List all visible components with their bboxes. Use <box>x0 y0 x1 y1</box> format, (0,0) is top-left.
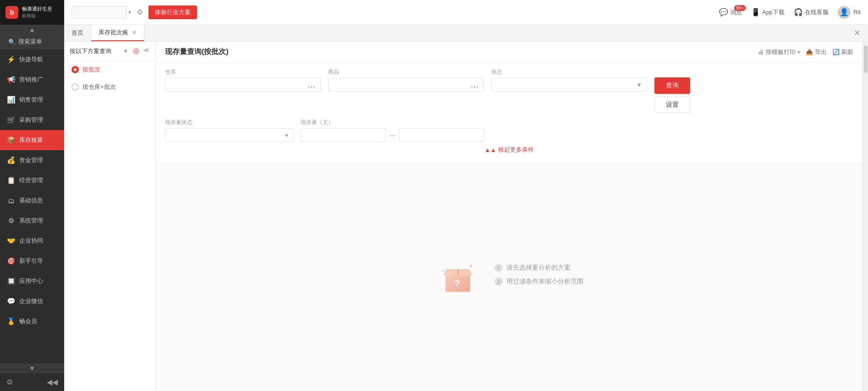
export-icon: 📤 <box>806 49 813 55</box>
refresh-btn[interactable]: 🔄 刷新 <box>832 48 853 56</box>
quick-nav-icon: ⚡ <box>6 55 16 64</box>
add-filter-btn[interactable]: ＋ <box>122 46 129 56</box>
tab-home[interactable]: 首页 <box>64 25 91 41</box>
sidebar-item-label: 基础信息 <box>19 196 43 205</box>
sidebar-item-operations[interactable]: 📋 经营管理 <box>0 170 64 190</box>
empty-state: ? ✦ ✦ 1 请先选择要分析的方案 2 用过滤条件来缩小分析范围 <box>156 163 863 391</box>
sidebar-item-member[interactable]: 🏅 畅会员 <box>0 311 64 331</box>
filter-active-dot <box>71 66 79 73</box>
product-input[interactable]: ... <box>328 78 484 92</box>
warehouse-dots-icon: ... <box>308 80 316 90</box>
sidebar-item-purchase[interactable]: 🛒 采购管理 <box>0 110 64 130</box>
inventory-status-select[interactable]: ▾ <box>165 128 293 142</box>
experience-btn[interactable]: 体验行业方案 <box>148 5 197 19</box>
sidebar-item-guide[interactable]: 🎯 新手引导 <box>0 251 64 271</box>
sidebar-item-system[interactable]: ⚙ 系统管理 <box>0 211 64 231</box>
filter-by-batch-label: 按批次 <box>82 65 100 74</box>
inventory-qty-max-input[interactable] <box>399 128 484 142</box>
inventory-status-label: 现存量状态 <box>165 119 293 126</box>
filter-bar: 仓库 ... 商品 ... <box>156 63 863 163</box>
app-download-btn[interactable]: 📱 App下载 <box>751 8 785 16</box>
scroll-down-btn[interactable]: ▼ <box>0 364 64 373</box>
export-label: 导出 <box>815 48 827 56</box>
customer-service-btn[interactable]: 🎧 在线客服 <box>794 8 829 16</box>
sidebar-item-label: 资金管理 <box>19 156 43 164</box>
filter-by-warehouse-batch[interactable]: 按仓库+批次 <box>64 78 155 96</box>
sidebar-item-wechat[interactable]: 💬 企业微信 <box>0 291 64 311</box>
sidebar-item-quick-nav[interactable]: ⚡ 快捷导航 <box>0 49 64 70</box>
print-btn[interactable]: 🖨 按模板打印 ▾ <box>758 48 800 56</box>
sidebar-item-label: 经营管理 <box>19 176 43 185</box>
collapse-panel-btn[interactable]: ≪ <box>143 46 150 56</box>
sidebar-item-label: 企业协同 <box>19 237 43 245</box>
filter-panel-title: 按以下方案查询 <box>70 47 111 55</box>
member-icon: 🏅 <box>6 317 16 326</box>
topbar-right: 💬 消息 99+ 📱 App下载 🎧 在线客服 👤 Rit <box>719 6 861 19</box>
right-scrollbar[interactable] <box>863 42 868 391</box>
inventory-icon: 📦 <box>6 136 16 145</box>
status-arrow-icon: ▼ <box>636 81 642 88</box>
sidebar-item-inventory[interactable]: 📦 库存核算 <box>0 130 64 150</box>
status-select[interactable]: ▼ <box>491 78 647 92</box>
purchase-icon: 🛒 <box>6 115 16 125</box>
print-dropdown-icon[interactable]: ▾ <box>797 49 800 55</box>
tab-inventory-batch[interactable]: 库存批次账 ✕ <box>91 25 144 41</box>
search-menu-btn[interactable]: 🔍 搜索菜单 <box>0 34 64 49</box>
content-area: 按以下方案查询 ＋ ◎ ≪ 按批次 按仓库+批次 <box>64 42 868 391</box>
messages-badge: 99+ <box>734 5 746 11</box>
empty-tip-1: 1 请先选择要分析的方案 <box>494 264 583 272</box>
inventory-qty-min-input[interactable] <box>301 128 386 142</box>
svg-text:?: ? <box>455 278 460 288</box>
sidebar-item-finance[interactable]: 💰 资金管理 <box>0 150 64 170</box>
refresh-label: 刷新 <box>841 48 853 56</box>
page-header: 现存量查询(按批次) 🖨 按模板打印 ▾ 📤 导出 🔄 刷新 <box>156 42 863 63</box>
collapse-sidebar-btn[interactable]: ◀◀ <box>47 378 58 386</box>
tab-close-btn[interactable]: ✕ <box>132 29 137 36</box>
sidebar-item-label: 企业微信 <box>19 297 43 305</box>
search-menu-label: 搜索菜单 <box>18 38 42 46</box>
company-name: 畅康通好生意 <box>22 5 52 12</box>
main-area: ▾ ⚙ 体验行业方案 💬 消息 99+ 📱 App下载 🎧 在线客服 👤 <box>64 0 868 391</box>
sidebar-nav: ⚡ 快捷导航 📢 营销推广 📊 销售管理 🛒 采购管理 📦 库存核算 💰 资金管… <box>0 49 64 364</box>
message-icon: 💬 <box>719 8 728 16</box>
collapse-more-btn[interactable]: ▲▲ 收起更多条件 <box>165 142 853 157</box>
export-btn[interactable]: 📤 导出 <box>806 48 827 56</box>
messages-btn[interactable]: 💬 消息 99+ <box>719 8 742 16</box>
finance-icon: 💰 <box>6 156 16 165</box>
sidebar-bottom: ⚙ ◀◀ <box>0 373 64 391</box>
sidebar-item-label: 畅会员 <box>19 317 37 326</box>
topbar-gear-icon[interactable]: ⚙ <box>137 8 143 16</box>
headset-icon: 🎧 <box>794 8 803 16</box>
print-icon: 🖨 <box>758 49 764 55</box>
scroll-up-btn[interactable]: ▲ <box>0 25 64 34</box>
user-profile-btn[interactable]: 👤 Rit <box>838 6 861 19</box>
filter-by-warehouse-batch-label: 按仓库+批次 <box>82 83 116 91</box>
topbar-dropdown-icon[interactable]: ▾ <box>128 9 131 16</box>
phone-icon: 📱 <box>751 8 760 16</box>
sidebar-item-enterprise[interactable]: 🤝 企业协同 <box>0 231 64 251</box>
page-title: 现存量查询(按批次) <box>165 47 229 57</box>
settings-icon[interactable]: ⚙ <box>6 378 13 386</box>
warehouse-field: 仓库 ... <box>165 68 321 92</box>
tip-num-2: 2 <box>494 277 503 286</box>
tab-close-right-btn[interactable]: ✕ <box>848 28 868 38</box>
user-name: Rit <box>853 9 861 16</box>
settings-btn[interactable]: 设置 <box>654 97 690 113</box>
system-icon: ⚙ <box>6 216 16 225</box>
sidebar-item-label: 快捷导航 <box>19 55 43 64</box>
sidebar-item-marketing[interactable]: 📢 营销推广 <box>0 70 64 90</box>
topbar: ▾ ⚙ 体验行业方案 💬 消息 99+ 📱 App下载 🎧 在线客服 👤 <box>64 0 868 25</box>
warehouse-label: 仓库 <box>165 68 321 76</box>
sidebar-item-basic[interactable]: 🗂 基础信息 <box>0 190 64 211</box>
page-header-actions: 🖨 按模板打印 ▾ 📤 导出 🔄 刷新 <box>758 48 853 56</box>
filter-settings-icon[interactable]: ◎ <box>133 46 139 56</box>
sidebar-item-app-center[interactable]: 🔲 应用中心 <box>0 271 64 291</box>
sidebar-item-sales[interactable]: 📊 销售管理 <box>0 90 64 110</box>
warehouse-input[interactable]: ... <box>165 78 321 92</box>
svg-text:✦: ✦ <box>468 263 473 270</box>
filter-panel: 按以下方案查询 ＋ ◎ ≪ 按批次 按仓库+批次 <box>64 42 156 391</box>
topbar-search-input[interactable] <box>71 6 126 19</box>
query-btn[interactable]: 查询 <box>654 77 690 94</box>
filter-by-batch[interactable]: 按批次 <box>64 61 155 78</box>
topbar-left: ▾ ⚙ 体验行业方案 <box>71 5 719 19</box>
